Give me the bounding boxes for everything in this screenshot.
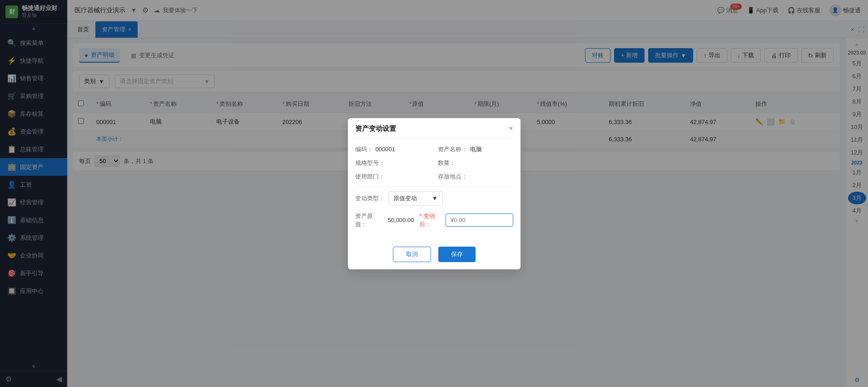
modal-row-1: 编码： 000001 资产名称： 电脑 bbox=[355, 145, 513, 154]
modal-row-3: 使用部门： 存放地点： bbox=[355, 173, 513, 181]
change-type-select[interactable]: 原值变动 ▼ bbox=[388, 191, 443, 206]
modal-field-spec: 规格型号： bbox=[355, 159, 431, 167]
modal-field-location: 存放地点： bbox=[438, 173, 513, 181]
after-change-input[interactable] bbox=[446, 213, 513, 227]
modal-body: 编码： 000001 资产名称： 电脑 规格型号： 数量： bbox=[348, 138, 521, 243]
modal-asset-value: 50,000.00 bbox=[388, 217, 414, 223]
modal-asset-name-value: 电脑 bbox=[470, 145, 482, 154]
modal-close-btn[interactable]: × bbox=[509, 124, 513, 133]
asset-change-modal: 资产变动设置 × 编码： 000001 资产名称： 电脑 规格型号： bbox=[348, 118, 521, 269]
modal-field-department: 使用部门： bbox=[355, 173, 431, 181]
modal-amount-row: 资产原值： 50,000.00 * 变动后： bbox=[355, 212, 513, 228]
modal-after-change-label: * 变动后： bbox=[419, 212, 440, 228]
modal-change-type-row: 变动类型： 原值变动 ▼ bbox=[355, 191, 513, 206]
modal-code-value: 000001 bbox=[376, 146, 395, 153]
modal-overlay: 资产变动设置 × 编码： 000001 资产名称： 电脑 规格型号： bbox=[0, 0, 868, 387]
modal-save-btn[interactable]: 保存 bbox=[438, 247, 476, 262]
modal-title: 资产变动设置 bbox=[355, 124, 396, 133]
modal-header: 资产变动设置 × bbox=[348, 118, 521, 138]
change-type-dropdown-icon: ▼ bbox=[432, 195, 438, 202]
modal-row-2: 规格型号： 数量： bbox=[355, 159, 513, 167]
modal-footer: 取消 保存 bbox=[348, 243, 521, 269]
modal-field-quantity: 数量： bbox=[438, 159, 513, 167]
modal-field-asset-name: 资产名称： 电脑 bbox=[438, 145, 513, 154]
modal-cancel-btn[interactable]: 取消 bbox=[393, 247, 431, 262]
modal-divider bbox=[355, 186, 513, 187]
modal-field-code: 编码： 000001 bbox=[355, 145, 431, 154]
